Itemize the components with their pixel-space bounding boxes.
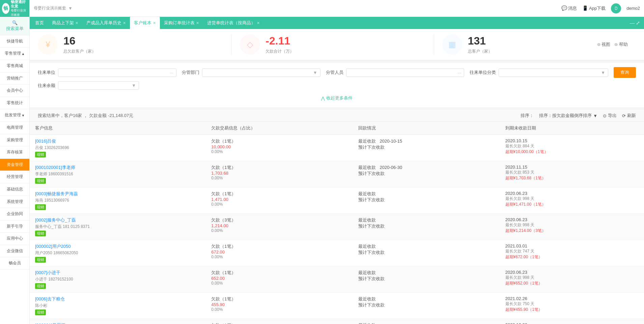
due-date: 2021.02.26 [505, 296, 639, 301]
sidebar-item-wholesale[interactable]: 批发管理 ▼ [0, 109, 29, 122]
chevron-icon-balance[interactable]: ▼ [132, 83, 136, 88]
customer-name[interactable]: [0002]服务中心_丁磊 [35, 217, 200, 223]
filter-input-person-wrap[interactable]: ··· [346, 68, 465, 77]
filter-input-unit[interactable] [61, 70, 170, 75]
last-collect-label: 最近收款 [358, 296, 376, 301]
help-btn[interactable]: ⊙ 帮助 [614, 41, 628, 48]
due-date: 2020.11.15 [505, 165, 639, 170]
overdue-link[interactable]: 超期¥10,000.00（1笔） [505, 149, 639, 155]
stat-value-debt: -2.11 [265, 35, 294, 47]
sidebar-item-apps[interactable]: 应用中心 [0, 233, 29, 245]
tab-close-purchase[interactable]: ✕ [196, 21, 199, 25]
max-overdue: 最长欠款 853 天 [505, 170, 639, 175]
stat-label-debt: 欠款合计（万） [265, 49, 294, 54]
sidebar-item-basic-info[interactable]: 基础信息 [0, 183, 29, 196]
collapse-btn[interactable]: ⋀ 收起更多条件 [38, 93, 636, 103]
company-select[interactable]: 母婴行业演示账套 [34, 5, 66, 11]
chevron-icon-category[interactable]: ▼ [601, 70, 605, 75]
tab-close-products[interactable]: ✕ [75, 21, 78, 25]
sidebar-item-members[interactable]: 会员中心 [0, 85, 29, 97]
tab-minimize-btn[interactable]: — [630, 20, 635, 26]
sidebar-item-member-plus[interactable]: 畅会员 [0, 257, 29, 270]
sidebar-item-guide[interactable]: 新手引导 [0, 220, 29, 233]
filter-input-person[interactable] [349, 70, 458, 75]
tab-production[interactable]: 产成品入库单历史 ✕ [82, 17, 130, 29]
sidebar-item-retail-mall[interactable]: 零售商城 [0, 60, 29, 72]
tab-close-production[interactable]: ✕ [123, 21, 126, 25]
filter-input-dept-wrap[interactable]: ▼ [202, 68, 320, 77]
tab-purchase-order[interactable]: 采购订单统计表 ✕ [160, 17, 203, 29]
logo-sub[interactable]: 母婴行业演示账套 [11, 8, 27, 17]
debt-amount[interactable]: 652.00 [211, 276, 347, 281]
customer-name[interactable]: [0001020001]李老师 [35, 165, 200, 171]
debt-amount[interactable]: 455.90 [211, 302, 347, 307]
sidebar-item-inventory[interactable]: 库存核算 [0, 146, 29, 159]
tab-products[interactable]: 商品上下架 ✕ [48, 17, 82, 29]
filter-label-dept: 分管部门 [182, 69, 199, 76]
due-date: 2020.06.23 [505, 217, 639, 222]
customer-name[interactable]: [000001]黄思源 [35, 322, 200, 324]
sidebar-item-purchase[interactable]: 采购管理 [0, 134, 29, 147]
sidebar-item-operations[interactable]: 经营管理 [0, 171, 29, 183]
customer-name[interactable]: [000002]用户2050 [35, 243, 200, 249]
sidebar-item-retail-mgmt[interactable]: 零售管理 ▲ [0, 48, 29, 60]
debt-amount[interactable]: 10,000.00 [211, 144, 347, 149]
overdue-link[interactable]: 超期¥1,703.68（1笔） [505, 175, 639, 181]
export-btn[interactable]: ⊙ 导出 [603, 113, 617, 119]
sidebar-item-retail-stats[interactable]: 零售统计 [0, 97, 29, 110]
filter-input-unit-wrap[interactable]: ··· [58, 68, 176, 77]
message-btn[interactable]: 💬 消息 [561, 5, 577, 11]
refresh-btn[interactable]: ⟳ 刷新 [622, 113, 636, 119]
dots-icon-unit[interactable]: ··· [170, 70, 173, 75]
user-avatar[interactable]: D [611, 3, 621, 13]
sidebar-item-quick-nav[interactable]: 快捷导航 [0, 35, 29, 48]
debt-count: 欠款（1笔） [211, 243, 347, 249]
tab-close-inventory[interactable]: ✕ [257, 21, 260, 25]
overdue-link[interactable]: 超期¥1,214.00（3笔） [505, 228, 639, 234]
sort-select[interactable]: 排序：按欠款金额倒序排序 ▼ [539, 113, 597, 119]
filter-row-2: 往来余额 ▼ [38, 81, 636, 90]
overdue-link[interactable]: 超期¥652.00（1笔） [505, 281, 639, 286]
username-label[interactable]: demo2 [626, 6, 640, 11]
filter-input-category[interactable] [502, 70, 601, 75]
tab-customer-ledger[interactable]: 客户账本 ✕ [130, 17, 160, 29]
due-date: 2020.06.23 [505, 191, 639, 196]
customer-name[interactable]: [0003]畅捷服务尹海蕊 [35, 191, 200, 197]
filter-group-dept: 分管部门 ▼ [182, 68, 320, 77]
filter-input-dept[interactable] [205, 70, 313, 75]
overdue-link[interactable]: 超期¥1,471.00（1笔） [505, 202, 639, 207]
collect-info-cell: 最近收款 预计下次收款 [353, 214, 500, 240]
debt-amount[interactable]: 1,471.00 [211, 197, 347, 202]
sidebar-item-collab[interactable]: 企业协同 [0, 208, 29, 220]
filter-input-category-wrap[interactable]: ▼ [499, 68, 608, 77]
customer-name[interactable]: [0016]吕俊 [35, 138, 200, 144]
sidebar-item-ecommerce[interactable]: 电商管理 [0, 122, 29, 134]
view-btn[interactable]: ⊙ 视图 [597, 41, 611, 48]
company-chevron[interactable]: ▼ [68, 6, 73, 11]
tab-inventory-stats[interactable]: 进货单统计表（按商品） ✕ [203, 17, 264, 29]
sidebar-item-system[interactable]: 系统管理 [0, 196, 29, 208]
dots-icon-person[interactable]: ··· [457, 70, 461, 75]
customer-name[interactable]: [0006]去下粮仓 [35, 296, 200, 302]
debt-amount[interactable]: 672.00 [211, 249, 347, 255]
customer-name[interactable]: [0007]小进干 [35, 270, 200, 276]
search-button[interactable]: 查询 [614, 67, 636, 78]
overdue-cell: 2020.12.30 最长欠款 808 天 超期¥429.00（1笔） [500, 319, 644, 324]
debt-amount[interactable]: 1,703.68 [211, 171, 347, 176]
sidebar-item-weixin[interactable]: 企业微信 [0, 245, 29, 258]
overdue-link[interactable]: 超期¥455.90（1笔） [505, 307, 639, 313]
sidebar-item-search[interactable]: 🔍 搜索菜单 [0, 17, 29, 35]
filter-input-balance-wrap[interactable]: ▼ [58, 81, 139, 90]
sidebar-item-marketing[interactable]: 营销推广 [0, 72, 29, 85]
app-download-btn[interactable]: 📱 App下载 [582, 5, 606, 11]
chevron-icon-dept[interactable]: ▼ [313, 70, 317, 75]
overdue-link[interactable]: 超期¥672.00（1笔） [505, 254, 639, 260]
sidebar-item-finance[interactable]: 资金管理 [0, 159, 29, 171]
debt-amount[interactable]: 1,214.00 [211, 223, 347, 228]
main-area: 母婴行业演示账套 ▼ 💬 消息 📱 App下载 D demo2 首页 商品上下架… [30, 0, 644, 324]
tab-expand-btn[interactable]: ⤢ [636, 20, 640, 26]
tab-close-customer[interactable]: ✕ [153, 21, 156, 25]
sidebar-nav: 🔍 搜索菜单 快捷导航 零售管理 ▲ 零售商城 营销推广 会员中心 零售统计 批… [0, 17, 29, 324]
filter-input-balance[interactable] [61, 83, 132, 88]
tab-home[interactable]: 首页 [31, 17, 48, 29]
